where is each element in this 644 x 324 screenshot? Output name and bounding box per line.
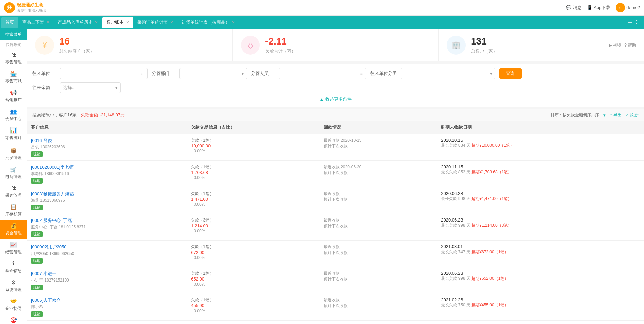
- due-date: 2020.10.15: [441, 138, 640, 143]
- sidebar-item-retail-store[interactable]: 🏪 零售商城: [0, 68, 27, 87]
- tab-home[interactable]: 首页: [1, 17, 18, 28]
- customer-name-link[interactable]: [0016]吕俊: [31, 138, 183, 144]
- sidebar-item-inventory[interactable]: 📋 库存核算: [0, 201, 27, 220]
- username: demo2: [626, 5, 640, 10]
- minimize-icon[interactable]: ─: [627, 18, 633, 27]
- debt-amount[interactable]: 10,000.00: [191, 143, 315, 148]
- debt-percent: 0.00%: [194, 175, 205, 180]
- customer-contact: 陈小希: [31, 304, 183, 310]
- next-collect: 预计下次收款: [324, 223, 433, 229]
- sidebar-item-label: 零售统计: [5, 135, 22, 141]
- export-button[interactable]: ○ 导出: [610, 112, 622, 118]
- close-icon[interactable]: ✕: [170, 20, 173, 25]
- retail-stats-icon: 📊: [10, 127, 17, 134]
- help-icon: ?: [624, 43, 627, 48]
- sidebar-item-batch-mgmt[interactable]: 📦 批发管理: [0, 145, 27, 164]
- tab-home-label: 首页: [5, 19, 14, 25]
- sidebar-item-sys[interactable]: ⚙ 系统管理: [0, 276, 27, 295]
- app-download-btn[interactable]: 📱 App下载: [587, 5, 610, 11]
- tab-product-history[interactable]: 产成品入库单历史 ✕: [54, 17, 102, 28]
- due-date-cell: 2020.06.23 最长欠款 998 天 超期¥1,214.00（3笔）: [437, 214, 644, 241]
- balance-select[interactable]: 选择... ▾: [60, 82, 121, 93]
- customer-name-link[interactable]: [0002]服务中心_丁磊: [31, 217, 183, 224]
- collect-info-cell: 最近收款 预计下次收款: [319, 214, 437, 241]
- sort-label: 排序：按欠款金额倒序排序: [551, 112, 599, 118]
- table-row: [000001]黄思源 黄思源 13552700226 现销 欠款（1笔） 42…: [27, 321, 644, 324]
- overdue-link[interactable]: 超期¥455.90（1笔）: [471, 303, 508, 307]
- logo-sub: 母婴行业演示账套: [17, 8, 47, 13]
- customer-name-link[interactable]: [0007]小进干: [31, 271, 183, 277]
- sidebar-item-purchase[interactable]: 🛍 采购管理: [0, 182, 27, 201]
- table-row: [00010200001]李老师 李老师 18600391516 现销 欠款（1…: [27, 161, 644, 187]
- tab-purchase-order[interactable]: 采购订单统计表 ✕: [133, 17, 177, 28]
- video-help-btn[interactable]: ▶ 视频: [609, 42, 621, 48]
- close-icon[interactable]: ✕: [126, 20, 129, 25]
- stat-icon-building: 🏢: [447, 36, 466, 55]
- sidebar-item-label: 基础信息: [5, 268, 22, 274]
- tab-customer-account[interactable]: 客户账本 ✕: [102, 17, 133, 28]
- tab-incoming-stats[interactable]: 进货单统计表（按商品） ✕: [177, 17, 239, 28]
- stat-debt-total-label: 欠款合计（万）: [265, 48, 296, 54]
- close-icon[interactable]: ✕: [46, 20, 50, 25]
- next-collect: 预计下次收款: [324, 303, 433, 309]
- table-row: [0007]小进干 小进干 18279152100 现销 欠款（1笔） 652.…: [27, 267, 644, 294]
- overdue-link[interactable]: 超期¥672.00（1笔）: [471, 249, 508, 254]
- sidebar-item-enterprise[interactable]: 🤝 企业协同: [0, 295, 27, 314]
- close-icon[interactable]: ✕: [95, 20, 98, 25]
- sidebar-search[interactable]: 搜索菜单: [0, 29, 27, 40]
- sidebar-item-label: 零售管理: [5, 59, 22, 65]
- customer-tag: 现销: [31, 258, 43, 264]
- debt-amount[interactable]: 1,214.00: [191, 223, 315, 228]
- dept-select[interactable]: ▾: [179, 68, 247, 79]
- retail-store-icon: 🏪: [10, 70, 17, 77]
- query-button[interactable]: 查询: [499, 68, 522, 79]
- debt-amount[interactable]: 672.00: [191, 250, 315, 255]
- customer-name-link[interactable]: [000002]用户2050: [31, 244, 183, 250]
- col-header-customer: 客户信息: [27, 121, 187, 134]
- logo-area: 好 畅捷通好生意 母婴行业演示账套: [4, 2, 65, 13]
- collect-info-cell: 最近收款 2020-10-15 预计下次收款: [319, 134, 437, 161]
- customer-name-link[interactable]: [00010200001]李老师: [31, 164, 183, 170]
- due-date-cell: 2020.11.15 最长欠款 853 天 超期¥1,703.68（1笔）: [437, 161, 644, 187]
- stats-row: ¥ 16 总欠款客户（家） ◇ -2.11 欠款合计（万） 🏢 131 总客户（…: [27, 29, 644, 61]
- tab-incoming-stats-label: 进货单统计表（按商品）: [181, 19, 230, 25]
- user-menu[interactable]: d demo2: [616, 3, 640, 12]
- from-unit-label: 往来单位: [32, 70, 56, 77]
- sidebar-item-marketing[interactable]: 📢 营销推广: [0, 87, 27, 106]
- debt-amount[interactable]: 1,703.68: [191, 170, 315, 175]
- customer-name-link[interactable]: [0003]畅捷服务尹海蒸: [31, 191, 183, 197]
- sidebar-item-retail-mgmt[interactable]: 🛍 零售管理: [0, 49, 27, 68]
- overdue-link[interactable]: 超期¥1,703.68（1笔）: [471, 170, 512, 174]
- sidebar-item-ops[interactable]: 📈 经营管理: [0, 239, 27, 258]
- sidebar-item-ecom-mgmt[interactable]: 🛒 电商管理: [0, 164, 27, 182]
- sidebar-item-label: 采购管理: [5, 193, 22, 198]
- sidebar-item-label: 会员中心: [5, 116, 22, 122]
- message-btn[interactable]: 💬 消息: [566, 5, 582, 11]
- overdue-link[interactable]: 超期¥1,214.00（3笔）: [471, 223, 512, 228]
- sidebar-item-finance[interactable]: 💰 资金管理: [0, 220, 27, 239]
- help-btn[interactable]: ? 帮助: [624, 42, 636, 48]
- quick-nav[interactable]: 快捷导航: [0, 40, 27, 49]
- debt-amount[interactable]: 1,471.00: [191, 197, 315, 202]
- customer-name-link[interactable]: [0006]去下粮仓: [31, 297, 183, 303]
- unit-class-select[interactable]: ▾: [401, 68, 495, 79]
- next-collect: 预计下次收款: [324, 250, 433, 256]
- debt-amount[interactable]: 455.90: [191, 303, 315, 308]
- customer-info-cell: [0006]去下粮仓 陈小希 现销: [27, 294, 187, 321]
- tab-product-online[interactable]: 商品上下架 ✕: [18, 17, 54, 28]
- overdue-link[interactable]: 超期¥10,000.00（1笔）: [471, 143, 514, 148]
- manager-label: 分管人员: [251, 70, 275, 77]
- close-icon[interactable]: ✕: [232, 20, 235, 25]
- refresh-button[interactable]: ○ 刷新: [626, 112, 639, 118]
- overdue-link[interactable]: 超期¥1,471.00（1笔）: [471, 196, 512, 201]
- from-unit-input[interactable]: ... ···: [60, 68, 148, 79]
- collapse-button[interactable]: ▲ 收起更多条件: [32, 96, 639, 102]
- overdue-link[interactable]: 超期¥652.00（1笔）: [471, 276, 508, 281]
- debt-amount[interactable]: 652.00: [191, 276, 315, 282]
- sidebar-item-retail-stats[interactable]: 📊 零售统计: [0, 124, 27, 143]
- manager-input[interactable]: ... ···: [279, 68, 366, 79]
- sidebar-item-basic[interactable]: ℹ 基础信息: [0, 258, 27, 276]
- maximize-icon[interactable]: ⛶: [635, 18, 643, 27]
- sidebar-item-guide[interactable]: 🎯 新手引导: [0, 314, 27, 324]
- sidebar-item-members[interactable]: 👥 会员中心: [0, 106, 27, 124]
